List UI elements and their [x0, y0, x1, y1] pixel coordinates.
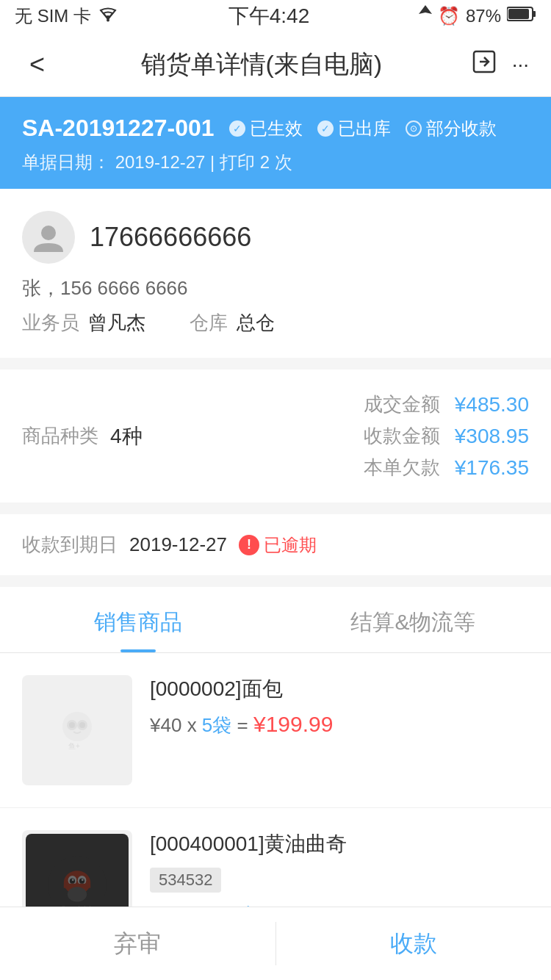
product-tag-cookie: 534532 — [150, 868, 221, 893]
received-amount-value: ¥308.95 — [455, 425, 529, 448]
product-name-bread: [0000002]面包 — [150, 675, 529, 703]
received-amount-label: 收款金额 — [364, 423, 440, 449]
meta-print-info: | 打印 2 次 — [210, 152, 292, 172]
share-button[interactable] — [471, 48, 497, 80]
cancel-review-button[interactable]: 弃审 — [0, 907, 276, 980]
category-label: 商品种类 — [22, 423, 98, 449]
customer-detail: 张，156 6666 6666 — [22, 275, 529, 301]
warehouse-value: 总仓 — [237, 310, 275, 336]
staff-label: 业务员 — [22, 310, 79, 336]
product-total-bread: ¥199.99 — [253, 712, 333, 736]
owed-amount-value: ¥176.35 — [455, 456, 529, 480]
svg-point-0 — [107, 19, 109, 22]
nav-actions: ··· — [471, 48, 529, 80]
staff-value: 曾凡杰 — [88, 310, 145, 336]
status-bar-right: ⏰ 87% — [419, 5, 536, 27]
svg-point-10 — [79, 722, 85, 728]
status-shipped-label: 已出库 — [338, 117, 391, 140]
product-name-cookie: [000400001]黄油曲奇 — [150, 830, 529, 858]
battery-icon — [507, 6, 536, 26]
svg-point-5 — [41, 226, 56, 240]
overdue-badge: ! 已逾期 — [239, 533, 317, 557]
customer-name: 17666666666 — [90, 222, 251, 253]
warehouse-label: 仓库 — [190, 310, 228, 336]
bottom-bar: 弃审 收款 — [0, 907, 551, 980]
nav-title: 销货单详情(来自电脑) — [52, 48, 471, 82]
svg-text:鱼+: 鱼+ — [68, 742, 80, 750]
svg-point-18 — [72, 879, 74, 881]
product-equals-bread: = — [237, 714, 253, 736]
order-meta: 单据日期： 2019-12-27 | 打印 2 次 — [22, 151, 529, 174]
due-date-value: 2019-12-27 — [129, 533, 227, 556]
warehouse-item: 仓库 总仓 — [190, 310, 275, 336]
tab-sales-products[interactable]: 销售商品 — [0, 587, 276, 652]
status-bar: 无 SIM 卡 下午4:42 ⏰ 87% — [0, 0, 551, 32]
meta-date-label: 单据日期： — [22, 152, 110, 172]
svg-point-9 — [69, 722, 75, 728]
meta-date-value: 2019-12-27 — [115, 152, 206, 172]
order-header: SA-20191227-001 ✓ 已生效 ✓ 已出库 ⊙ 部分收款 单据日期：… — [0, 97, 551, 189]
order-id: SA-20191227-001 — [22, 115, 215, 142]
carrier-text: 无 SIM 卡 — [15, 4, 91, 28]
status-bar-left: 无 SIM 卡 — [15, 4, 119, 28]
summary-section: 商品种类 4种 成交金额 ¥485.30 收款金额 ¥308.95 本单欠款 ¥… — [0, 370, 551, 502]
status-effective-label: 已生效 — [250, 117, 303, 140]
tab-settlement-logistics[interactable]: 结算&物流等 — [276, 587, 551, 652]
check-effective-icon: ✓ — [229, 120, 245, 137]
nav-bar: < 销货单详情(来自电脑) ··· — [0, 32, 551, 97]
order-id-row: SA-20191227-001 ✓ 已生效 ✓ 已出库 ⊙ 部分收款 — [22, 115, 529, 142]
product-item: 鱼+ [0000002]面包 ¥40 x 5袋 = ¥199.99 — [0, 653, 551, 808]
summary-left: 商品种类 4种 — [22, 392, 143, 480]
deal-amount-label: 成交金额 — [364, 392, 440, 417]
product-info-bread: [0000002]面包 ¥40 x 5袋 = ¥199.99 — [150, 675, 529, 738]
wifi-icon — [97, 6, 119, 26]
svg-point-6 — [62, 712, 92, 741]
status-partial: ⊙ 部分收款 — [406, 117, 497, 140]
svg-rect-3 — [508, 9, 529, 19]
customer-staff-row: 业务员 曾凡杰 仓库 总仓 — [22, 310, 529, 336]
svg-point-21 — [68, 887, 87, 901]
alarm-icon: ⏰ — [438, 6, 460, 26]
customer-section: 17666666666 张，156 6666 6666 业务员 曾凡杰 仓库 总… — [0, 189, 551, 358]
product-price-row-bread: ¥40 x 5袋 = ¥199.99 — [150, 712, 529, 738]
deal-amount-row: 成交金额 ¥485.30 — [364, 392, 529, 417]
deal-amount-value: ¥485.30 — [455, 393, 529, 417]
customer-row: 17666666666 — [22, 211, 529, 264]
product-qty-bread: 5袋 — [202, 714, 231, 736]
overdue-text: 已逾期 — [264, 533, 317, 557]
location-icon — [419, 5, 432, 27]
product-image-bread: 鱼+ — [22, 675, 132, 785]
time-display: 下午4:42 — [228, 2, 310, 30]
overdue-icon: ! — [239, 535, 259, 555]
summary-right: 成交金额 ¥485.30 收款金额 ¥308.95 本单欠款 ¥176.35 — [364, 392, 529, 480]
status-effective: ✓ 已生效 — [229, 117, 303, 140]
product-base-price-bread: ¥40 — [150, 714, 181, 736]
due-label: 收款到期日 — [22, 532, 118, 558]
battery-text: 87% — [466, 6, 501, 26]
svg-rect-2 — [533, 11, 536, 17]
received-amount-row: 收款金额 ¥308.95 — [364, 423, 529, 449]
tabs-row: 销售商品 结算&物流等 — [0, 587, 551, 653]
more-button[interactable]: ··· — [512, 53, 529, 76]
product-multiply-bread: x — [187, 714, 202, 736]
tabs-section: 销售商品 结算&物流等 — [0, 587, 551, 653]
back-button[interactable]: < — [22, 42, 52, 87]
owed-amount-row: 本单欠款 ¥176.35 — [364, 455, 529, 480]
owed-amount-label: 本单欠款 — [364, 455, 440, 480]
category-count: 4种 — [110, 422, 143, 450]
clock-partial-icon: ⊙ — [406, 120, 422, 137]
status-shipped: ✓ 已出库 — [317, 117, 391, 140]
customer-avatar — [22, 211, 75, 264]
collect-payment-button[interactable]: 收款 — [276, 907, 552, 980]
due-section: 收款到期日 2019-12-27 ! 已逾期 — [0, 514, 551, 575]
svg-point-19 — [82, 879, 84, 881]
staff-item: 业务员 曾凡杰 — [22, 310, 145, 336]
status-partial-label: 部分收款 — [426, 117, 497, 140]
check-shipped-icon: ✓ — [317, 120, 334, 137]
